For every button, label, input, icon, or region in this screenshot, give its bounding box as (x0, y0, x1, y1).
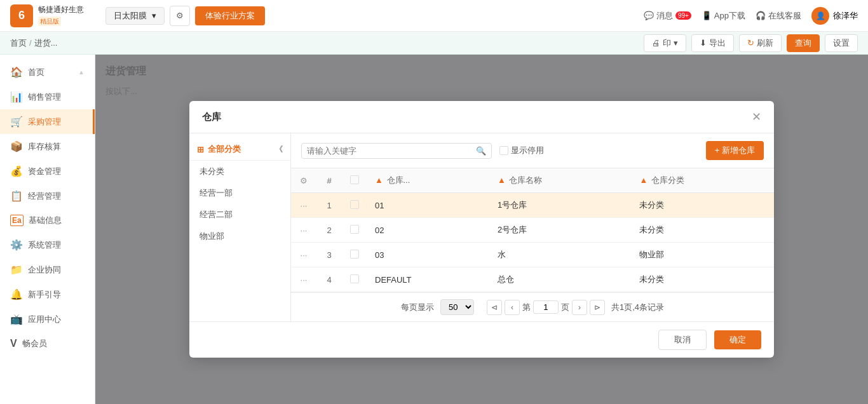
sales-icon: 📊 (10, 91, 23, 103)
sidebar-item-sales[interactable]: 📊 销售管理 (0, 84, 95, 109)
guide-icon: 🔔 (10, 288, 23, 300)
member-icon: V (10, 338, 17, 349)
table-row[interactable]: ··· 4 DEFAULT 总仓 未分类 (291, 267, 774, 292)
logo-title: 畅捷通好生意 (38, 5, 84, 15)
collapse-icon[interactable]: 《 (275, 144, 283, 155)
breadcrumb: 首页 / 进货... (10, 37, 57, 49)
chevron-down-icon: ▾ (674, 38, 678, 48)
query-button[interactable]: 查询 (787, 34, 820, 52)
col-warehouse-code: ▲ 仓库... (367, 168, 490, 193)
system-icon: ⚙️ (10, 239, 23, 251)
row-gear: ··· (291, 243, 316, 267)
store-selector[interactable]: 日太阳膜 ▾ (105, 7, 165, 25)
sidebar-label-member: 畅会员 (22, 338, 47, 349)
sidebar-item-purchase[interactable]: 🛒 采购管理 (0, 109, 95, 134)
select-all-checkbox[interactable] (350, 175, 359, 184)
row-checkbox[interactable] (342, 193, 367, 218)
confirm-button[interactable]: 确定 (714, 330, 761, 349)
row-checkbox[interactable] (342, 243, 367, 267)
category-header: ⊞ 全部分类 《 (189, 138, 290, 161)
next-page-button[interactable]: › (572, 300, 587, 315)
app-label: App下载 (714, 10, 745, 22)
table-row[interactable]: ··· 2 02 2号仓库 未分类 (291, 218, 774, 243)
warehouse-table: ⚙ # ▲ 仓库... (291, 168, 774, 292)
search-box: 🔍 (301, 143, 492, 159)
breadcrumb-home[interactable]: 首页 (10, 37, 27, 49)
last-page-button[interactable]: ⊳ (590, 300, 605, 315)
main-layout: 🏠 首页 ▲ 📊 销售管理 🛒 采购管理 📦 库存核算 💰 资金管理 📋 经营管… (0, 55, 868, 404)
breadcrumb-separator: / (29, 38, 32, 48)
category-item-ops1[interactable]: 经营一部 (189, 182, 290, 204)
try-button[interactable]: 体验行业方案 (195, 6, 265, 25)
sidebar-item-home[interactable]: 🏠 首页 ▲ (0, 60, 95, 84)
basic-info-icon: Ea (10, 215, 24, 226)
sidebar-item-appstore[interactable]: 📺 应用中心 (0, 307, 95, 332)
row-gear: ··· (291, 218, 316, 243)
sidebar-item-basic-info[interactable]: Ea 基础信息 (0, 208, 95, 232)
refresh-label: 刷新 (757, 37, 773, 49)
category-item-unclassified[interactable]: 未分类 (189, 161, 290, 182)
sidebar-item-finance[interactable]: 💰 资金管理 (0, 159, 95, 184)
modal-main: 🔍 显示停用 + 新增仓库 (291, 133, 774, 321)
sidebar-item-collab[interactable]: 📁 企业协同 (0, 257, 95, 282)
cancel-button[interactable]: 取消 (658, 330, 707, 350)
sidebar-label-guide: 新手引导 (28, 289, 61, 300)
add-warehouse-button[interactable]: + 新增仓库 (706, 141, 764, 160)
page-label-text: 第 (522, 302, 531, 313)
modal-header: 仓库 ✕ (189, 101, 774, 133)
show-disabled-checkbox[interactable] (499, 146, 508, 155)
search-input[interactable] (307, 146, 472, 156)
modal-actions: 取消 确定 (189, 321, 774, 358)
row-checkbox[interactable] (342, 267, 367, 292)
export-label: 导出 (709, 37, 726, 49)
sidebar-label-inventory: 库存核算 (28, 141, 61, 152)
sidebar-item-guide[interactable]: 🔔 新手引导 (0, 282, 95, 307)
sidebar-label-home: 首页 (28, 67, 44, 78)
app-download-button[interactable]: 📱 App下载 (702, 10, 745, 22)
settings-icon[interactable]: ⚙ (300, 176, 308, 185)
warehouse-modal: 仓库 ✕ ⊞ 全部分类 《 未分类 (189, 101, 774, 358)
col-warehouse-name: ▲ 仓库名称 (490, 168, 632, 193)
total-info: 共1页,4条记录 (611, 302, 664, 313)
per-page-select[interactable]: 50 (440, 299, 474, 315)
row-gear: ··· (291, 267, 316, 292)
notification-button[interactable]: 💬 消息 99+ (644, 10, 691, 22)
modal-close-button[interactable]: ✕ (752, 110, 761, 124)
category-item-property[interactable]: 物业部 (189, 226, 290, 247)
refresh-icon: ↻ (747, 38, 754, 48)
export-button[interactable]: ⬇ 导出 (691, 34, 734, 52)
settings-button[interactable]: ⚙ (170, 6, 190, 26)
row-name: 总仓 (490, 267, 632, 292)
appstore-icon: 📺 (10, 313, 23, 325)
row-checkbox[interactable] (342, 218, 367, 243)
prev-page-button[interactable]: ‹ (505, 300, 520, 315)
sidebar-item-operation[interactable]: 📋 经营管理 (0, 184, 95, 208)
sidebar-item-member[interactable]: V 畅会员 (0, 332, 95, 356)
service-button[interactable]: 🎧 在线客服 (756, 10, 801, 22)
category-sidebar: ⊞ 全部分类 《 未分类 经营一部 经营二部 物业部 (189, 133, 291, 321)
content-area: 进货管理 按以下... 仓库 ✕ (95, 55, 868, 404)
operation-icon: 📋 (10, 190, 23, 202)
home-icon: 🏠 (10, 66, 23, 78)
category-item-ops2[interactable]: 经营二部 (189, 204, 290, 226)
page-number-input[interactable] (533, 300, 559, 314)
sidebar: 🏠 首页 ▲ 📊 销售管理 🛒 采购管理 📦 库存核算 💰 资金管理 📋 经营管… (0, 55, 95, 404)
col-category: ▲ 仓库分类 (632, 168, 774, 193)
print-button[interactable]: 🖨 印 ▾ (644, 34, 686, 52)
table-row[interactable]: ··· 3 03 水 物业部 (291, 243, 774, 267)
row-gear: ··· (291, 193, 316, 218)
grid-icon: ⊞ (197, 145, 204, 154)
sidebar-item-inventory[interactable]: 📦 库存核算 (0, 134, 95, 159)
show-disabled-label[interactable]: 显示停用 (499, 145, 544, 156)
settings-page-button[interactable]: 设置 (825, 34, 858, 52)
modal-overlay: 仓库 ✕ ⊞ 全部分类 《 未分类 (95, 55, 868, 404)
first-page-button[interactable]: ⊲ (487, 300, 502, 315)
collab-icon: 📁 (10, 264, 23, 276)
row-num: 4 (316, 267, 342, 292)
table-row[interactable]: ··· 1 01 1号仓库 未分类 (291, 193, 774, 218)
user-info[interactable]: 👤 徐泽华 (811, 7, 858, 25)
purchase-icon: 🛒 (10, 116, 23, 128)
sidebar-item-system[interactable]: ⚙️ 系统管理 (0, 232, 95, 257)
refresh-button[interactable]: ↻ 刷新 (739, 34, 782, 52)
row-category: 未分类 (632, 193, 774, 218)
